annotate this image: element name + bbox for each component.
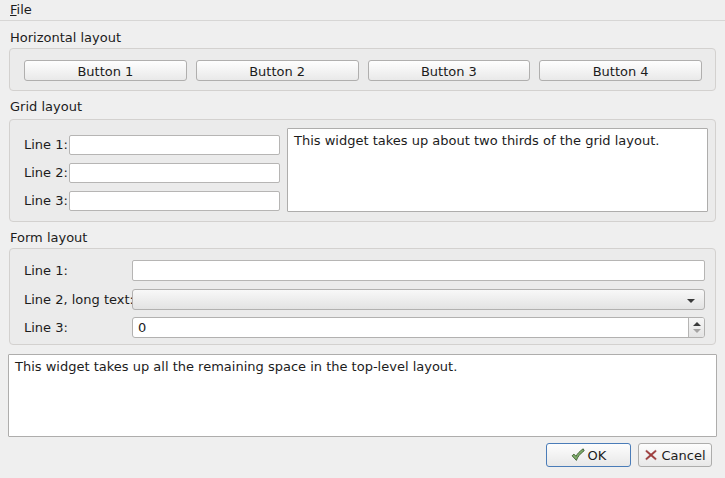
grid-line1-label: Line 1: <box>24 135 68 155</box>
form-row-1: Line 1: <box>10 260 715 281</box>
ok-button-label: OK <box>588 448 607 463</box>
button-3[interactable]: Button 3 <box>368 60 531 81</box>
form-row-3: Line 3: <box>10 317 715 338</box>
horizontal-button-row: Button 1 Button 2 Button 3 Button 4 <box>10 49 715 81</box>
grid-group-title: Grid layout <box>10 99 82 115</box>
ok-check-arrow-icon <box>571 448 585 462</box>
horizontal-group-title: Horizontal layout <box>10 30 121 46</box>
grid-line3-input[interactable] <box>69 191 280 211</box>
grid-group-box: Line 1: Line 2: Line 3: This widget take… <box>9 119 716 222</box>
menu-bar: File <box>0 0 725 21</box>
ok-button[interactable]: OK <box>546 443 631 467</box>
form-row-2: Line 2, long text: <box>10 289 715 310</box>
button-4[interactable]: Button 4 <box>539 60 702 81</box>
grid-line3-label: Line 3: <box>24 191 68 211</box>
form-group-box: Line 1: Line 2, long text: Line 3: <box>9 248 716 345</box>
form-line3-field <box>132 317 705 338</box>
form-line1-field <box>132 260 705 281</box>
form-line2-combobox[interactable] <box>132 289 705 310</box>
form-group-title: Form layout <box>10 230 87 246</box>
menu-file-label-rest: ile <box>17 2 32 17</box>
button-2[interactable]: Button 2 <box>196 60 359 81</box>
cancel-button[interactable]: Cancel <box>638 443 712 467</box>
spinbox-buttons[interactable] <box>688 318 704 337</box>
grid-text-edit[interactable]: This widget takes up about two thirds of… <box>287 128 708 212</box>
spin-up-icon[interactable] <box>693 322 701 326</box>
horizontal-group-box: Button 1 Button 2 Button 3 Button 4 <box>9 48 716 91</box>
form-line1-label: Line 1: <box>24 260 68 281</box>
grid-line1-input[interactable] <box>69 135 280 155</box>
form-line2-label: Line 2, long text: <box>24 289 134 310</box>
spin-down-icon[interactable] <box>693 329 701 333</box>
cancel-x-icon <box>644 448 658 462</box>
form-line3-spinbox[interactable] <box>132 317 705 338</box>
form-line1-input[interactable] <box>132 260 705 281</box>
cancel-button-label: Cancel <box>661 448 705 463</box>
form-line2-field <box>132 289 705 310</box>
bottom-text-edit[interactable]: This widget takes up all the remaining s… <box>8 354 717 437</box>
form-line3-label: Line 3: <box>24 317 68 338</box>
basic-layouts-window: { "menubar": { "file": { "mnemonic": "F"… <box>0 0 725 478</box>
spinbox-input[interactable] <box>133 318 688 337</box>
button-1[interactable]: Button 1 <box>24 60 187 81</box>
grid-line2-input[interactable] <box>69 163 280 183</box>
menu-file[interactable]: File <box>4 0 38 20</box>
grid-line2-label: Line 2: <box>24 163 68 183</box>
chevron-down-icon <box>687 299 695 303</box>
